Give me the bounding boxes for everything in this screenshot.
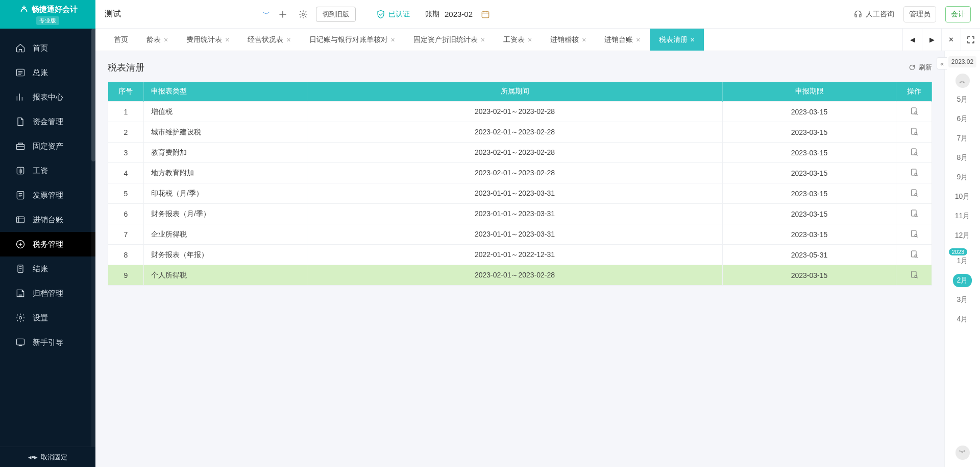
nav-icon	[15, 116, 26, 127]
month-scroll-down[interactable]: ︾	[955, 446, 970, 460]
table-row[interactable]: 6财务报表（月/季）2023-01-01～2023-03-312023-03-1…	[108, 204, 932, 224]
tabs-prev-button[interactable]: ◀	[902, 29, 922, 51]
sidebar-pin-toggle[interactable]: ◂▪▸ 取消固定	[0, 447, 95, 467]
month-option[interactable]: 2月	[953, 274, 972, 287]
tab-7[interactable]: 进销稽核×	[541, 29, 595, 51]
table-row[interactable]: 1增值税2023-02-01～2023-02-282023-03-15	[108, 102, 932, 122]
sidebar-item-9[interactable]: 结账	[0, 256, 95, 281]
refresh-button[interactable]: 刷新	[909, 63, 932, 72]
month-option[interactable]: 8月	[953, 151, 972, 165]
tab-label: 日记账与银行对账单核对	[309, 35, 388, 44]
tab-6[interactable]: 工资表×	[494, 29, 541, 51]
view-detail-icon[interactable]	[910, 149, 918, 157]
sidebar-item-2[interactable]: 报表中心	[0, 85, 95, 109]
view-detail-icon[interactable]	[910, 190, 918, 198]
month-option[interactable]: 10月	[951, 190, 974, 203]
view-detail-icon[interactable]	[910, 251, 918, 260]
month-option[interactable]: 12月	[951, 229, 974, 242]
month-option[interactable]: 4月	[953, 313, 972, 326]
view-detail-icon[interactable]	[910, 231, 918, 239]
switch-old-version-button[interactable]: 切到旧版	[316, 7, 356, 22]
panel-expand-handle[interactable]: «	[937, 57, 947, 69]
table-row[interactable]: 2城市维护建设税2023-02-01～2023-02-282023-03-15	[108, 122, 932, 143]
calendar-icon[interactable]	[478, 7, 493, 22]
tab-4[interactable]: 日记账与银行对账单核对×	[300, 29, 404, 51]
sidebar-item-11[interactable]: 设置	[0, 306, 95, 330]
tab-close-icon[interactable]: ×	[582, 36, 586, 44]
view-detail-icon[interactable]	[910, 129, 918, 137]
cell-type: 教育费附加	[144, 143, 307, 163]
tab-close-icon[interactable]: ×	[636, 36, 640, 44]
month-option[interactable]: 9月	[953, 171, 972, 184]
fullscreen-button[interactable]	[961, 29, 980, 51]
sidebar-item-4[interactable]: 固定资产	[0, 134, 95, 158]
tab-close-icon[interactable]: ×	[225, 36, 229, 44]
period-label: 账期	[425, 10, 439, 19]
sidebar-item-0[interactable]: 首页	[0, 36, 95, 60]
cell-op	[896, 224, 932, 245]
tab-close-icon[interactable]: ×	[391, 36, 395, 44]
view-detail-icon[interactable]	[910, 211, 918, 219]
tabs-next-button[interactable]: ▶	[922, 29, 941, 51]
cell-deadline: 2023-03-15	[723, 102, 896, 122]
table-row[interactable]: 9个人所得税2023-02-01～2023-02-282023-03-15	[108, 265, 932, 286]
tab-2[interactable]: 费用统计表×	[177, 29, 238, 51]
svg-rect-6	[18, 265, 23, 273]
tab-5[interactable]: 固定资产折旧统计表×	[404, 29, 494, 51]
th-deadline: 申报期限	[723, 82, 896, 102]
gear-icon[interactable]	[296, 7, 311, 22]
sidebar-item-1[interactable]: 总账	[0, 60, 95, 85]
nav-label: 新手引导	[33, 338, 63, 347]
month-option[interactable]: 11月	[951, 209, 974, 223]
sidebar-item-5[interactable]: 工资	[0, 158, 95, 183]
month-scroll-up[interactable]: ︽	[955, 74, 970, 88]
role-accountant-button[interactable]: 会计	[945, 6, 971, 22]
tab-close-icon[interactable]: ×	[481, 36, 485, 44]
company-selector[interactable]: 测试	[105, 9, 258, 19]
month-option[interactable]: 1月	[953, 254, 972, 268]
headset-icon	[853, 10, 863, 19]
table-row[interactable]: 7企业所得税2023-01-01～2023-03-312023-03-15	[108, 224, 932, 245]
sidebar-item-6[interactable]: 发票管理	[0, 183, 95, 207]
tab-close-icon[interactable]: ×	[528, 36, 532, 44]
view-detail-icon[interactable]	[910, 272, 918, 280]
svg-rect-11	[911, 108, 916, 114]
support-button[interactable]: 人工咨询	[853, 10, 894, 19]
th-idx: 序号	[108, 82, 144, 102]
tab-8[interactable]: 进销台账×	[595, 29, 649, 51]
role-admin-button[interactable]: 管理员	[903, 6, 936, 22]
table-row[interactable]: 5印花税（月/季）2023-01-01～2023-03-312023-03-15	[108, 183, 932, 204]
table-row[interactable]: 3教育费附加2023-02-01～2023-02-282023-03-15	[108, 143, 932, 163]
month-option[interactable]: 7月	[953, 132, 972, 145]
tab-close-icon[interactable]: ×	[286, 36, 290, 44]
tab-9[interactable]: 税表清册×	[650, 29, 704, 51]
brand-subtitle: 专业版	[36, 16, 59, 25]
month-option[interactable]: 3月	[953, 293, 972, 307]
cell-deadline: 2023-03-15	[723, 224, 896, 245]
tab-0[interactable]: 首页	[105, 29, 137, 51]
chevron-down-icon[interactable]: ﹀	[263, 10, 270, 19]
sidebar-item-8[interactable]: 税务管理	[0, 232, 95, 256]
tab-close-icon[interactable]: ×	[691, 36, 695, 44]
cell-period: 2023-02-01～2023-02-28	[307, 143, 723, 163]
cell-op	[896, 265, 932, 286]
nav-icon	[15, 67, 26, 78]
month-option[interactable]: 5月	[953, 93, 972, 106]
tab-1[interactable]: 龄表×	[137, 29, 177, 51]
sidebar-item-10[interactable]: 归档管理	[0, 281, 95, 306]
sidebar-scrollbar[interactable]	[91, 29, 95, 447]
tab-close-icon[interactable]: ×	[164, 36, 168, 44]
view-detail-icon[interactable]	[910, 170, 918, 178]
add-button[interactable]	[275, 7, 290, 22]
sidebar-item-3[interactable]: 资金管理	[0, 109, 95, 134]
tabs-close-all-button[interactable]: ✕	[941, 29, 961, 51]
month-option[interactable]: 6月	[953, 112, 972, 126]
cell-period: 2023-01-01～2023-03-31	[307, 224, 723, 245]
table-row[interactable]: 8财务报表（年报）2022-01-01～2022-12-312023-05-31	[108, 245, 932, 265]
view-detail-icon[interactable]	[910, 108, 918, 116]
sidebar-item-7[interactable]: 进销台账	[0, 207, 95, 232]
table-row[interactable]: 4地方教育附加2023-02-01～2023-02-282023-03-15	[108, 163, 932, 183]
svg-rect-17	[911, 169, 916, 175]
tab-3[interactable]: 经营状况表×	[238, 29, 300, 51]
sidebar-item-12[interactable]: 新手引导	[0, 330, 95, 355]
